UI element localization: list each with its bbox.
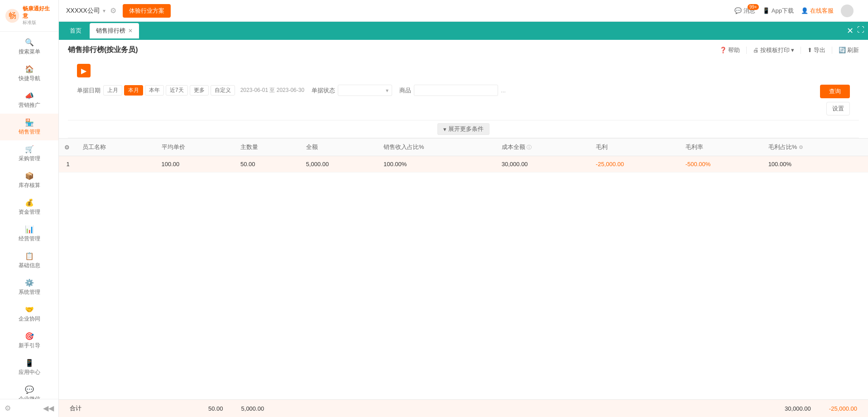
table-header: ⚙ 员工名称 平均单价 主数量 全额 销售收入占比% 成本全额 ⓘ 毛利 毛利率… — [59, 139, 868, 156]
guide-icon: 🎯 — [25, 332, 34, 340]
date-btn-7days[interactable]: 近7天 — [166, 85, 188, 96]
export-button[interactable]: ⬆ 导出 — [807, 46, 825, 54]
sales-icon: 🏪 — [25, 118, 34, 127]
tab-close-icon[interactable]: ✕ — [128, 28, 133, 34]
settings-button[interactable]: 设置 — [826, 102, 850, 115]
sidebar-item-operations[interactable]: 📊 经营管理 — [0, 220, 58, 247]
tab-sales-label: 销售排行榜 — [96, 27, 125, 35]
table-footer: 合计 50.00 5,000.00 30,000.00 -25,000.00 — [59, 399, 868, 417]
date-btn-custom[interactable]: 自定义 — [211, 85, 235, 96]
cell-qty: 50.00 — [235, 156, 301, 173]
cell-gross: -25,000.00 — [590, 156, 680, 173]
app-name: 畅康通好生意 — [23, 5, 54, 19]
sidebar-item-inventory[interactable]: 📦 库存核算 — [0, 167, 58, 194]
help-icon: ❓ — [719, 47, 727, 53]
window-close-btn[interactable]: ✕ — [847, 26, 854, 36]
th-name: 员工名称 — [77, 139, 156, 156]
cell-gross-pct: 100.00% — [763, 156, 868, 173]
gross-pct-settings-icon[interactable]: ⚙ — [799, 144, 803, 150]
th-cost: 成本全额 ⓘ — [496, 139, 590, 156]
template-dropdown-icon: ▾ — [791, 47, 794, 53]
date-btn-last-month[interactable]: 上月 — [103, 85, 122, 96]
refresh-icon: 🔄 — [839, 47, 846, 53]
avatar[interactable] — [841, 5, 854, 17]
app-icon: 📱 — [762, 7, 770, 14]
sidebar-item-sales[interactable]: 🏪 销售管理 — [0, 114, 58, 140]
sidebar-item-search[interactable]: 🔍 搜索菜单 — [0, 34, 58, 60]
sidebar-item-basic-info[interactable]: 📋 基础信息 — [0, 247, 58, 274]
sidebar-label-sales: 销售管理 — [19, 128, 40, 136]
filter-toggle-btn[interactable]: ▶ — [77, 64, 91, 77]
cell-gross-rate: -500.00% — [680, 156, 763, 173]
expand-label: 展开更多条件 — [448, 125, 484, 133]
expand-more-button[interactable]: ▾ 展开更多条件 — [437, 123, 489, 135]
th-amount: 全额 — [301, 139, 378, 156]
window-restore-btn[interactable]: ⛶ — [857, 26, 864, 36]
table-body: 1 100.00 50.00 5,000.00 100.00% 30,000.0… — [59, 156, 868, 173]
date-range: 2023-06-01 至 2023-06-30 — [240, 86, 304, 94]
app-download-btn[interactable]: 📱 App下载 — [762, 7, 794, 15]
sidebar-item-marketing[interactable]: 📣 营销推广 — [0, 87, 58, 114]
query-button[interactable]: 查询 — [820, 85, 850, 98]
footer-gross: -25,000.00 — [824, 405, 863, 412]
date-label: 单据日期 — [77, 86, 101, 95]
online-service-btn[interactable]: 👤 在线客服 — [801, 7, 834, 15]
template-print-button[interactable]: 🖨 按模板打印 ▾ — [753, 46, 794, 54]
filter-toggle-icon: ▶ — [81, 67, 86, 75]
data-table: ⚙ 员工名称 平均单价 主数量 全额 销售收入占比% 成本全额 ⓘ 毛利 毛利率… — [59, 139, 868, 173]
date-btn-this-year[interactable]: 本年 — [145, 85, 164, 96]
sidebar-item-wechat[interactable]: 💬 企业微信 — [0, 381, 58, 399]
sidebar-item-purchase[interactable]: 🛒 采购管理 — [0, 140, 58, 167]
help-button[interactable]: ❓ 帮助 — [719, 46, 740, 54]
tab-sales-ranking[interactable]: 销售排行榜 ✕ — [90, 23, 139, 38]
tabbar-right: ✕ ⛶ — [847, 26, 864, 36]
sidebar-label-cooperation: 企业协同 — [19, 315, 40, 323]
home-icon: 🏠 — [25, 65, 34, 73]
th-gross-rate: 毛利率 — [680, 139, 763, 156]
sidebar-item-guide[interactable]: 🎯 新手引导 — [0, 327, 58, 354]
status-label: 单据状态 — [312, 86, 335, 95]
tab-home[interactable]: 首页 — [62, 23, 89, 38]
search-icon: 🔍 — [25, 38, 34, 47]
sidebar-label-quick-nav: 快捷导航 — [19, 75, 40, 82]
sidebar-logo: 畅 畅康通好生意 标准版 — [0, 0, 58, 32]
page-title: 销售排行榜(按业务员) — [68, 45, 138, 55]
sidebar-item-system[interactable]: ⚙️ 系统管理 — [0, 274, 58, 301]
system-icon: ⚙️ — [25, 278, 34, 287]
filter-bar: ▶ 单据日期 上月 本月 本年 近7天 更多 自定义 — [68, 59, 859, 120]
company-selector[interactable]: XXXXX公司 ▾ — [66, 7, 106, 15]
status-select[interactable] — [338, 85, 392, 96]
sidebar-settings-btn[interactable]: ⚙ — [5, 404, 11, 412]
date-filter: 单据日期 上月 本月 本年 近7天 更多 自定义 2023-06-01 至 20… — [77, 85, 304, 96]
basic-info-icon: 📋 — [25, 252, 34, 260]
message-icon: 💬 — [734, 7, 742, 14]
sidebar-item-finance[interactable]: 💰 资金管理 — [0, 194, 58, 220]
topbar-gear-icon[interactable]: ⚙ — [110, 6, 116, 15]
goods-input[interactable] — [414, 85, 498, 96]
expand-more-bar: ▾ 展开更多条件 — [68, 120, 859, 138]
footer-cost: 30,000.00 — [779, 405, 816, 412]
goods-label: 商品 — [399, 86, 411, 95]
date-btn-more[interactable]: 更多 — [190, 85, 209, 96]
goods-filter: 商品 ... — [399, 85, 506, 96]
cell-amount: 5,000.00 — [301, 156, 378, 173]
footer-label: 合计 — [64, 404, 87, 412]
refresh-button[interactable]: 🔄 刷新 — [839, 46, 859, 54]
trial-button[interactable]: 体验行业方案 — [123, 4, 171, 18]
filter-dots[interactable]: ... — [501, 87, 506, 94]
sidebar-item-app-center[interactable]: 📱 应用中心 — [0, 354, 58, 381]
purchase-icon: 🛒 — [25, 145, 34, 153]
data-table-wrapper: ⚙ 员工名称 平均单价 主数量 全额 销售收入占比% 成本全额 ⓘ 毛利 毛利率… — [59, 139, 868, 399]
date-btn-this-month[interactable]: 本月 — [124, 85, 143, 96]
sidebar-item-quick-nav[interactable]: 🏠 快捷导航 — [0, 60, 58, 87]
filter-area: 单据日期 上月 本月 本年 近7天 更多 自定义 2023-06-01 至 20… — [77, 85, 850, 115]
th-gross: 毛利 — [590, 139, 680, 156]
message-btn[interactable]: 💬 消息 99+ — [734, 7, 755, 15]
inventory-icon: 📦 — [25, 172, 34, 180]
sidebar-collapse-btn[interactable]: ◀◀ — [43, 404, 54, 412]
filter-right: 查询 设置 — [820, 85, 850, 115]
cell-avg-price: 100.00 — [156, 156, 235, 173]
th-settings[interactable]: ⚙ — [59, 139, 77, 156]
sidebar-label-operations: 经营管理 — [19, 235, 40, 243]
sidebar-item-cooperation[interactable]: 🤝 企业协同 — [0, 301, 58, 327]
